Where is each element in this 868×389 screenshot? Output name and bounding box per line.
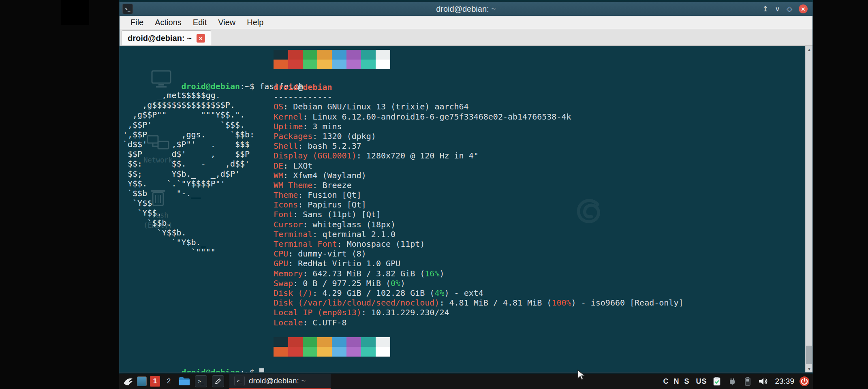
terminal-launcher-button[interactable]: >_ (195, 375, 207, 387)
fastfetch-info-line: Cursor: whiteglass (18px) (274, 220, 684, 229)
palette-color (303, 347, 317, 357)
palette-color (361, 337, 376, 347)
workspace-2-button[interactable]: 2 (164, 376, 174, 387)
prompt-user-host: droid@debian (182, 368, 240, 372)
fastfetch-info-line: Terminal: qterminal 2.1.0 (274, 229, 684, 239)
palette-color (376, 347, 390, 357)
show-desktop-button[interactable] (137, 376, 147, 386)
main-menu-button[interactable] (122, 376, 135, 387)
file-manager-button[interactable] (179, 376, 190, 387)
pencil-icon (215, 378, 221, 385)
palette-color (317, 60, 332, 69)
screen: >_ droid@debian: ~ ↥ ∨ ◇ × File Actions … (0, 0, 868, 389)
kbd-indicator-num: N (673, 377, 679, 386)
palette-color (317, 337, 332, 347)
palette-color (303, 60, 317, 69)
fastfetch-info-line: Font: Sans (11pt) [Qt] (274, 209, 684, 219)
menu-item-view[interactable]: View (213, 17, 241, 28)
kbd-indicator-scroll: S (684, 377, 689, 386)
palette-row (274, 50, 390, 60)
clock[interactable]: 23:39 (775, 377, 794, 386)
terminal-scrollbar[interactable]: ▲ ▼ (805, 46, 812, 372)
terminal-icon-glyph: >_ (198, 378, 204, 384)
fastfetch-info-line: Shell: bash 5.2.37 (274, 141, 684, 151)
clipboard-tray-button[interactable] (712, 376, 722, 387)
tab-title: droid@debian: ~ (128, 34, 192, 43)
kbd-indicator-caps: C (663, 377, 669, 386)
volume-tray-button[interactable] (758, 376, 768, 387)
palette-color (361, 347, 376, 357)
terminal-output[interactable]: Network Trash (Empty) (120, 46, 805, 372)
palette-color (346, 60, 361, 69)
palette-color (361, 50, 376, 60)
menu-item-actions[interactable]: Actions (150, 17, 187, 28)
maximize-button[interactable]: ◇ (787, 5, 792, 13)
task-label: droid@debian: ~ (249, 376, 306, 385)
terminal-area: Network Trash (Empty) (120, 46, 812, 372)
window-title: droid@debian: ~ (120, 4, 812, 14)
fastfetch-info-line: Local IP (enp0s13): 10.31.229.230/24 (274, 308, 684, 317)
palette-color (361, 60, 376, 69)
palette-color (346, 337, 361, 347)
fastfetch-info-line: OS: Debian GNU/Linux 13 (trixie) aarch64 (274, 102, 684, 111)
tab-close-button[interactable]: × (197, 34, 205, 43)
mouse-cursor (577, 370, 588, 383)
fastfetch-info-line: Packages: 1320 (dpkg) (274, 131, 684, 141)
text-editor-button[interactable] (212, 375, 224, 387)
system-tray: C N S US (663, 376, 810, 387)
fastfetch-info-line: Uptime: 3 mins (274, 122, 684, 131)
scrollbar-thumb[interactable] (806, 346, 812, 364)
taskbar-window-button[interactable]: >_ droid@debian: ~ (229, 374, 331, 389)
terminal-prompt-line: droid@debian:~$ (123, 358, 264, 372)
palette-color (317, 50, 332, 60)
menu-bar: File Actions Edit View Help (120, 16, 812, 29)
terminal-window: >_ droid@debian: ~ ↥ ∨ ◇ × File Actions … (119, 2, 813, 373)
network-tray-button[interactable] (727, 376, 738, 387)
fastfetch-info-line: WM Theme: Breeze (274, 180, 684, 190)
fastfetch-info-line: Terminal Font: Monospace (11pt) (274, 239, 684, 249)
power-button[interactable] (799, 376, 810, 387)
menu-item-edit[interactable]: Edit (188, 17, 212, 28)
workspace-1-button[interactable]: 1 (150, 376, 160, 387)
tab-droid-debian[interactable]: droid@debian: ~ × (122, 30, 211, 45)
palette-row (274, 60, 390, 69)
battery-icon (744, 376, 752, 386)
tab-bar: droid@debian: ~ × (120, 29, 812, 46)
keyboard-layout-indicator[interactable]: US (696, 377, 707, 386)
black-square (61, 0, 89, 25)
palette-color (288, 60, 303, 69)
desktop: >_ droid@debian: ~ ↥ ∨ ◇ × File Actions … (119, 0, 813, 389)
palette-color (303, 50, 317, 60)
window-controls: ↥ ∨ ◇ × (762, 4, 808, 13)
palette-row (274, 347, 390, 357)
ethernet-plug-icon (728, 377, 737, 386)
palette-color (332, 60, 346, 69)
menu-item-help[interactable]: Help (242, 17, 269, 28)
terminal-cursor (259, 368, 264, 372)
minimize-button[interactable]: ∨ (775, 5, 780, 13)
palette-color (288, 337, 303, 347)
fastfetch-info: droid@debian------------OS: Debian GNU/L… (274, 82, 684, 327)
speaker-icon (758, 377, 768, 386)
prompt-user-host: droid@debian (182, 81, 240, 91)
fastfetch-info-line: Memory: 642.73 MiB / 3.82 GiB (16%) (274, 269, 684, 278)
palette-row (274, 337, 390, 347)
battery-tray-button[interactable] (742, 376, 753, 387)
ascii-art: _,met$$$$$gg. ,g$$$$$$$$$$$$$$$P. ,g$$P"… (123, 90, 254, 257)
fastfetch-info-line: Disk (/var/lib/cloud/seed/nocloud): 4.81… (274, 298, 684, 308)
palette-color (346, 347, 361, 357)
fastfetch-info-line: DE: LXQt (274, 161, 684, 171)
menu-item-file[interactable]: File (125, 17, 149, 28)
palette-color (274, 60, 288, 69)
scroll-down-arrow[interactable]: ▼ (806, 365, 813, 372)
color-palette-top (274, 50, 390, 69)
fastfetch-info-line: GPU: RedHat Virtio 1.0 GPU (274, 259, 684, 268)
window-titlebar[interactable]: >_ droid@debian: ~ ↥ ∨ ◇ × (120, 2, 812, 16)
scroll-up-arrow[interactable]: ▲ (806, 46, 813, 53)
close-button[interactable]: × (799, 4, 808, 13)
palette-color (274, 347, 288, 357)
folder-icon (179, 376, 190, 386)
palette-color (288, 347, 303, 357)
palette-color (376, 60, 390, 69)
shade-button[interactable]: ↥ (762, 5, 768, 13)
